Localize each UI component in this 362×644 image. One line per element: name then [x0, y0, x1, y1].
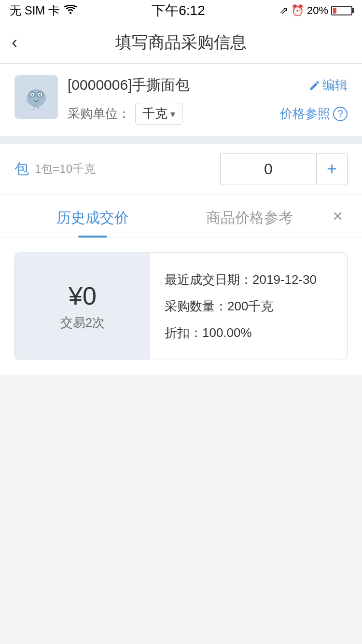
product-card: 扩+ [0000006]手撕面包 编辑 采购单位： 千克 ▾ [0, 64, 362, 136]
product-thumbnail: 扩+ [14, 75, 58, 119]
product-name: [0000006]手撕面包 [68, 75, 190, 95]
quantity-item: 采购数量：200千克 [165, 297, 333, 316]
quantity-hint: 1包=10千克 [35, 161, 96, 177]
quantity-plus-button[interactable]: + [317, 154, 348, 184]
status-bar: 无 SIM 卡 下午6:12 ⇗ ⏰ 20% [0, 0, 362, 21]
svg-text:扩+: 扩+ [33, 105, 40, 110]
product-info: [0000006]手撕面包 编辑 采购单位： 千克 ▾ 价格参照 ? [68, 75, 348, 125]
recent-date-item: 最近成交日期：2019-12-30 [165, 270, 333, 289]
svg-point-0 [70, 12, 71, 14]
tab-history-price[interactable]: 历史成交价 [14, 195, 171, 238]
history-trade-count: 交易2次 [60, 314, 105, 331]
quantity-unit: 包 [14, 159, 29, 179]
quantity-input[interactable]: 0 [220, 154, 317, 184]
status-time: 下午6:12 [152, 1, 205, 20]
close-button[interactable]: × [328, 196, 348, 236]
bottom-panel: 历史成交价 商品价格参考 × ¥0 交易2次 最近成交日期：2019-12-30… [0, 195, 362, 375]
discount-item: 折扣：100.00% [165, 323, 333, 342]
status-left: 无 SIM 卡 [10, 3, 77, 18]
nav-bar: ‹ 填写商品采购信息 [0, 21, 362, 64]
history-detail-side: 最近成交日期：2019-12-30 采购数量：200千克 折扣：100.00% [150, 253, 347, 360]
unit-label: 采购单位： [68, 105, 130, 122]
location-icon: ⇗ [279, 4, 288, 17]
unit-row: 采购单位： 千克 ▾ 价格参照 ? [68, 103, 348, 125]
history-price-side: ¥0 交易2次 [15, 253, 150, 360]
unit-selector[interactable]: 千克 ▾ [135, 103, 182, 125]
tab-price-reference[interactable]: 商品价格参考 [171, 195, 327, 238]
back-button[interactable]: ‹ [12, 32, 17, 53]
battery-indicator [331, 6, 352, 15]
carrier-label: 无 SIM 卡 [10, 3, 60, 18]
page-title: 填写商品采购信息 [115, 31, 247, 54]
status-right: ⇗ ⏰ 20% [279, 4, 352, 17]
quantity-row: 包 1包=10千克 0 + [0, 144, 362, 195]
history-price-value: ¥0 [69, 281, 97, 310]
battery-percent: 20% [307, 4, 328, 17]
section-divider [0, 136, 362, 144]
svg-point-7 [39, 94, 41, 96]
svg-point-6 [31, 94, 33, 96]
product-name-row: [0000006]手撕面包 编辑 [68, 75, 348, 95]
alarm-icon: ⏰ [291, 4, 304, 17]
quantity-control: 0 + [220, 154, 348, 184]
history-card: ¥0 交易2次 最近成交日期：2019-12-30 采购数量：200千克 折扣：… [14, 252, 348, 360]
svg-point-1 [27, 89, 46, 107]
edit-button[interactable]: 编辑 [309, 77, 348, 94]
quantity-left: 包 1包=10千克 [14, 159, 96, 179]
battery-fill [333, 8, 336, 14]
dropdown-icon: ▾ [170, 108, 175, 120]
question-icon: ? [333, 107, 348, 121]
tab-row: 历史成交价 商品价格参考 × [0, 195, 362, 238]
price-reference-button[interactable]: 价格参照 ? [280, 105, 348, 122]
history-content: ¥0 交易2次 最近成交日期：2019-12-30 采购数量：200千克 折扣：… [0, 238, 362, 375]
wifi-icon [64, 4, 77, 17]
